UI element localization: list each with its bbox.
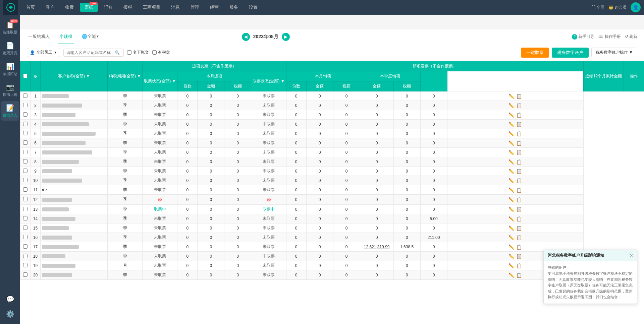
nav-service[interactable]: 服务 — [225, 3, 243, 12]
td-checkbox[interactable] — [20, 157, 31, 167]
tax-plate-checkbox-label[interactable]: 有税盘 — [152, 50, 170, 55]
copy-icon[interactable]: 📋 — [516, 197, 522, 202]
search-input[interactable] — [66, 50, 113, 55]
sidebar-item-chat[interactable]: 💬 — [1, 293, 19, 306]
date-prev-btn[interactable]: ◀ — [242, 33, 250, 41]
edit-icon[interactable]: ✏️ — [508, 216, 514, 221]
td-checkbox[interactable] — [20, 223, 31, 233]
td-checkbox[interactable] — [20, 120, 31, 129]
td-checkbox[interactable] — [20, 270, 31, 280]
tax-digital-btn[interactable]: 税务数字账户 — [552, 48, 589, 58]
copy-icon[interactable]: 📋 — [516, 103, 522, 108]
copy-icon[interactable]: 📋 — [516, 178, 522, 183]
td-checkbox[interactable] — [20, 195, 31, 205]
nav-message[interactable]: 消息 — [166, 3, 184, 12]
copy-icon[interactable]: 📋 — [516, 159, 522, 165]
td-checkbox[interactable] — [20, 261, 31, 270]
td-checkbox[interactable] — [20, 148, 31, 157]
nav-business[interactable]: 工商项目 — [138, 3, 165, 12]
row-checkbox[interactable] — [23, 93, 28, 98]
edit-icon[interactable]: ✏️ — [508, 272, 514, 278]
new-guide-btn[interactable]: ? 新手引导 — [572, 34, 594, 40]
edit-icon[interactable]: ✏️ — [508, 159, 514, 165]
row-checkbox[interactable] — [23, 131, 28, 135]
row-checkbox[interactable] — [23, 178, 28, 182]
td-checkbox[interactable] — [20, 233, 31, 242]
edit-icon[interactable]: ✏️ — [508, 207, 514, 212]
edit-icon[interactable]: ✏️ — [508, 150, 514, 155]
copy-icon[interactable]: 📋 — [516, 225, 522, 231]
row-checkbox[interactable] — [23, 140, 28, 145]
copy-icon[interactable]: 📋 — [516, 122, 522, 127]
row-checkbox[interactable] — [23, 254, 28, 258]
copy-icon[interactable]: 📋 — [516, 112, 522, 118]
row-checkbox[interactable] — [23, 263, 28, 267]
row-checkbox[interactable] — [23, 216, 28, 220]
nav-tax[interactable]: 报税 — [119, 3, 137, 12]
one-click-ticket-btn[interactable]: 一键取票 — [521, 48, 549, 58]
refresh-btn[interactable]: ↺ 刷新 — [625, 34, 637, 40]
th-cycle[interactable]: 纳税周期(全部) ▼ — [108, 61, 143, 91]
edit-icon[interactable]: ✏️ — [508, 93, 514, 99]
row-checkbox[interactable] — [23, 103, 28, 107]
nav-manage[interactable]: 管理 — [186, 3, 204, 12]
avatar[interactable]: 👤 — [631, 2, 641, 12]
row-checkbox[interactable] — [23, 150, 28, 154]
copy-icon[interactable]: 📋 — [516, 207, 522, 212]
edit-icon[interactable]: ✏️ — [508, 254, 514, 259]
edit-icon[interactable]: ✏️ — [508, 122, 514, 127]
copy-icon[interactable]: 📋 — [516, 244, 522, 250]
td-checkbox[interactable] — [20, 185, 31, 195]
my-dept-checkbox[interactable] — [127, 50, 131, 55]
row-checkbox[interactable] — [23, 122, 28, 126]
settings-icon[interactable]: ⚙ — [34, 74, 37, 79]
td-checkbox[interactable] — [20, 167, 31, 176]
td-checkbox[interactable] — [20, 110, 31, 120]
search-icon[interactable]: 🔍 — [115, 50, 120, 55]
td-checkbox[interactable] — [20, 176, 31, 185]
employee-select[interactable]: 👤 全部员工 ▼ — [27, 48, 60, 57]
td-checkbox[interactable] — [20, 138, 31, 148]
edit-icon[interactable]: ✏️ — [508, 235, 514, 240]
copy-icon[interactable]: 📋 — [516, 263, 522, 268]
tab-full[interactable]: 🌐 全能 ▼ — [80, 29, 101, 44]
nav-customer[interactable]: 客户 — [41, 3, 59, 12]
td-checkbox[interactable] — [20, 129, 31, 138]
edit-icon[interactable]: ✏️ — [508, 112, 514, 118]
nav-settings[interactable]: 设置 — [244, 3, 262, 12]
edit-icon[interactable]: ✏️ — [508, 197, 514, 202]
my-dept-checkbox-label[interactable]: 名下帐套 — [127, 50, 149, 55]
row-checkbox[interactable] — [23, 225, 28, 230]
row-checkbox[interactable] — [23, 207, 28, 211]
edit-icon[interactable]: ✏️ — [508, 225, 514, 231]
td-checkbox[interactable] — [20, 252, 31, 261]
row-checkbox[interactable] — [23, 235, 28, 239]
copy-icon[interactable]: 📋 — [516, 187, 522, 193]
th-client-name[interactable]: 客户名称(全部) ▼ — [41, 61, 108, 91]
tab-small-scale[interactable]: 小规模 — [58, 29, 74, 44]
edit-icon[interactable]: ✏️ — [508, 187, 514, 193]
copy-icon[interactable]: 📋 — [516, 254, 522, 259]
copy-icon[interactable]: 📋 — [516, 169, 522, 174]
td-checkbox[interactable] — [20, 205, 31, 214]
tax-digital-op-btn[interactable]: 税务数字账户操作 ▼ — [591, 48, 637, 57]
fullscreen-btn[interactable]: ⛶ 全屏 — [591, 5, 604, 10]
edit-icon[interactable]: ✏️ — [508, 169, 514, 174]
nav-home[interactable]: 首页 — [21, 3, 40, 12]
th-out-status[interactable]: 取票状态(全部) ▼ — [251, 71, 286, 91]
copy-icon[interactable]: 📋 — [516, 131, 522, 136]
copy-icon[interactable]: 📋 — [516, 272, 522, 278]
td-checkbox[interactable] — [20, 214, 31, 223]
vip-btn[interactable]: 👑 购会员 — [608, 5, 627, 10]
manual-btn[interactable]: 📖 操作手册 — [598, 34, 621, 40]
row-checkbox[interactable] — [23, 197, 28, 201]
row-checkbox[interactable] — [23, 244, 28, 249]
td-checkbox[interactable] — [20, 242, 31, 252]
sidebar-item-entry[interactable]: 📝 票据录入 — [1, 101, 19, 121]
edit-icon[interactable]: ✏️ — [508, 244, 514, 250]
row-checkbox[interactable] — [23, 112, 28, 117]
nav-fee[interactable]: 收费 — [60, 3, 78, 12]
sidebar-item-summary[interactable]: 📊 票据汇总 — [1, 60, 19, 79]
row-checkbox[interactable] — [23, 159, 28, 164]
copy-icon[interactable]: 📋 — [516, 216, 522, 221]
